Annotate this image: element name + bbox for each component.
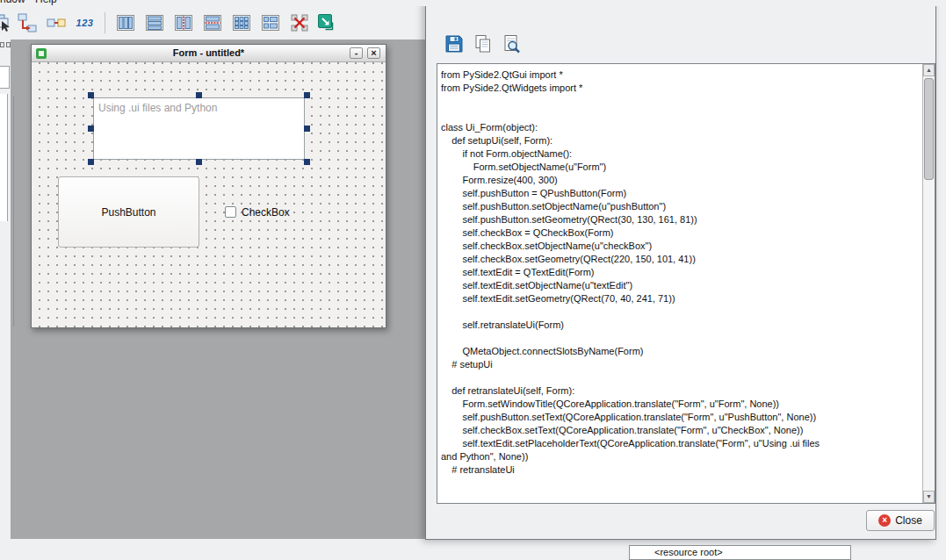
selection-handle[interactable] [196,159,202,165]
widget-box-filter-input[interactable] [0,66,10,89]
selection-handle[interactable] [88,92,94,98]
break-layout-button[interactable] [287,11,311,34]
view-code-dialog: from PySide2.QtGui import * from PySide2… [425,0,936,540]
resource-root-label: <resource root> [654,547,723,557]
find-button[interactable] [500,32,524,55]
textedit-widget[interactable]: Using .ui files and Python [93,97,305,160]
scroll-up-button[interactable]: ▲ [923,64,935,76]
resource-root-item[interactable]: <resource root> [629,545,851,560]
code-text[interactable]: from PySide2.QtGui import * from PySide2… [437,64,922,503]
magnifier-icon [502,33,523,54]
mdi-divider [13,97,14,327]
checkbox-widget[interactable]: CheckBox [225,194,314,230]
selection-handle[interactable] [304,159,310,165]
lay-out-horizontally-in-splitter-button[interactable] [171,11,195,34]
copy-icon [473,33,494,54]
layout-vertical-icon [144,12,165,33]
form-window-title: Form - untitled* [32,47,386,58]
edit-tab-order-button[interactable]: 123 [73,11,97,34]
close-circle-icon: × [878,514,891,527]
selection-handle[interactable] [196,92,202,98]
dock-close-button[interactable] [6,42,11,47]
copy-button[interactable] [471,32,495,55]
selection-handle[interactable] [304,92,310,98]
minimize-button[interactable]: - [350,47,363,59]
textedit-placeholder: Using .ui files and Python [98,102,217,114]
grid-layout-icon [231,12,252,33]
form-window-titlebar[interactable]: Form - untitled* - × [32,45,386,62]
code-view: from PySide2.QtGui import * from PySide2… [437,63,935,504]
lay-out-in-grid-button[interactable] [229,11,253,34]
pushbutton-widget[interactable]: PushButton [58,176,199,248]
layout-horizontal-icon [115,12,136,33]
form-designer-window[interactable]: Form - untitled* - × Using .ui files and… [31,44,386,328]
form-canvas[interactable]: Using .ui files and Python PushButton Ch… [32,62,386,327]
scroll-down-button[interactable]: ▼ [923,491,935,503]
form-layout-icon [260,12,281,33]
adjust-size-button[interactable] [314,11,338,34]
edit-widgets-button[interactable] [0,11,13,34]
selection-handle[interactable] [304,126,310,132]
lay-out-vertically-button[interactable] [142,11,166,34]
edit-signals-slots-icon [17,12,38,33]
horizontal-splitter-icon [173,12,194,33]
edit-buddies-icon [46,12,67,33]
lay-out-horizontally-button[interactable] [113,11,137,34]
vertical-splitter-icon [202,12,223,33]
code-scrollbar[interactable]: ▲ ▼ [922,64,935,503]
edit-buddies-button[interactable] [44,11,68,34]
save-button[interactable] [442,32,466,55]
widget-box-panel [0,39,11,539]
selection-handle[interactable] [88,126,94,132]
menu-item-help[interactable]: Help [35,0,57,5]
selection-handle[interactable] [88,159,94,165]
close-button[interactable]: × [367,47,380,59]
menubar: Window Help [0,0,946,6]
edit-tab-order-icon: 123 [76,18,94,28]
dialog-close-button[interactable]: × Close [866,510,935,531]
checkbox-indicator[interactable] [225,206,236,218]
scrollbar-thumb[interactable] [924,78,934,180]
edit-signals-slots-button[interactable] [15,11,39,34]
lay-out-vertically-in-splitter-button[interactable] [200,11,224,34]
break-layout-icon [289,12,310,33]
close-button-label: Close [895,514,922,527]
adjust-size-icon [316,12,337,33]
dock-float-button[interactable] [0,42,4,47]
menu-item-window[interactable]: Window [0,0,25,5]
widget-box-list[interactable] [0,94,8,221]
save-icon [444,33,465,54]
checkbox-label: CheckBox [242,206,290,219]
lay-out-in-form-layout-button[interactable] [258,11,282,34]
toolbar-separator [105,12,105,33]
edit-widgets-icon [0,12,12,33]
